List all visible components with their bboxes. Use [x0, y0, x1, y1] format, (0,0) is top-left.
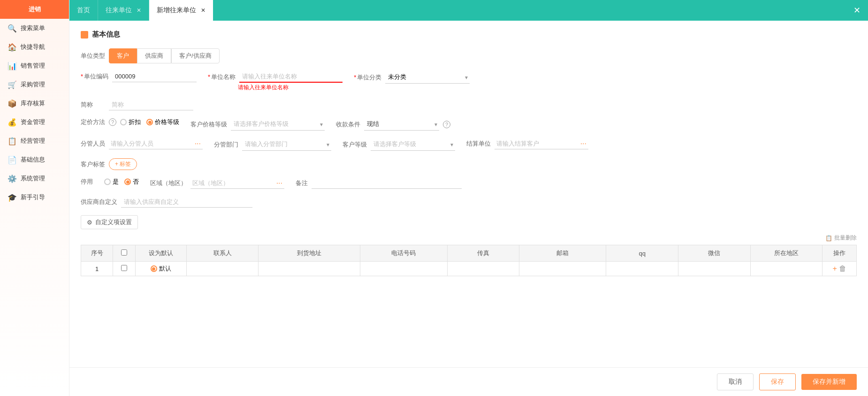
default-radio[interactable]: 默认	[139, 264, 183, 273]
tab-unit-list-label: 往来单位	[106, 6, 132, 15]
unit-code-input[interactable]	[112, 71, 197, 82]
department-group: 分管部门 请输入分管部门 ▾	[214, 138, 331, 151]
radio-label-discount: 折扣	[129, 118, 141, 126]
sidebar-item-label: 搜索菜单	[21, 24, 45, 32]
payment-terms-select[interactable]: 现结	[364, 118, 439, 131]
manager-ellipsis-btn[interactable]: ···	[193, 140, 203, 148]
supplier-custom-group: 供应商自定义	[81, 196, 252, 208]
unit-name-input[interactable]	[239, 71, 343, 83]
custom-settings-button[interactable]: ⚙ 自定义项设置	[81, 215, 138, 229]
sidebar: 进销 🔍 搜索菜单 🏠 快捷导航 📊 销售管理 🛒 采购管理 📦 库存核算 💰 …	[0, 0, 69, 396]
unit-category-select[interactable]: 未分类	[385, 71, 470, 84]
save-new-button[interactable]: 保存并新增	[801, 374, 857, 390]
tab-unit-list[interactable]: 往来单位 ✕	[98, 0, 149, 21]
window-close-icon[interactable]: ✕	[846, 0, 868, 21]
save-button[interactable]: 保存	[759, 373, 796, 390]
payment-terms-help-icon[interactable]: ?	[443, 121, 450, 128]
manager-input[interactable]	[109, 138, 193, 149]
fax-input[interactable]	[464, 265, 502, 272]
sidebar-item-basic[interactable]: 📄 基础信息	[0, 150, 69, 169]
phone-input[interactable]	[380, 265, 427, 272]
th-contact: 联系人	[186, 245, 259, 262]
sidebar-item-newbie[interactable]: 🎓 新手引导	[0, 188, 69, 207]
row-checkbox[interactable]	[121, 265, 127, 271]
table-toolbar: 📋 批量删除	[81, 234, 857, 242]
contact-input[interactable]	[204, 265, 241, 272]
sidebar-item-operation[interactable]: 📋 经营管理	[0, 132, 69, 150]
supplier-custom-label: 供应商自定义	[81, 198, 117, 206]
add-tag-button[interactable]: + 标签	[109, 158, 137, 170]
row-add-btn[interactable]: +	[833, 264, 837, 273]
payment-terms-select-wrapper: 现结 ▾	[364, 118, 439, 131]
pricing-radio-level[interactable]: 价格等级	[146, 118, 179, 126]
unit-name-error: 请输入往来单位名称	[238, 84, 343, 92]
settlement-ellipsis-btn[interactable]: ···	[579, 140, 588, 148]
settlement-input[interactable]	[495, 138, 579, 149]
disabled-label: 停用	[81, 178, 93, 186]
cell-fax	[447, 262, 519, 276]
address-input[interactable]	[281, 265, 337, 272]
abbreviation-row: 简称	[81, 99, 857, 110]
sidebar-item-label: 采购管理	[21, 80, 45, 89]
customer-price-select[interactable]: 请选择客户价格等级	[231, 118, 325, 131]
batch-delete-btn[interactable]: 📋 批量删除	[825, 234, 857, 242]
type-btn-customer[interactable]: 客户	[109, 48, 137, 63]
sidebar-item-purchase[interactable]: 🛒 采购管理	[0, 75, 69, 94]
email-input[interactable]	[539, 265, 586, 272]
sidebar-item-system[interactable]: ⚙️ 系统管理	[0, 169, 69, 188]
tab-new-unit[interactable]: 新增往来单位 ✕	[149, 0, 213, 21]
tab-new-unit-close[interactable]: ✕	[201, 7, 206, 14]
qq-input[interactable]	[624, 265, 661, 272]
customer-tag-label: 客户标签	[81, 160, 105, 169]
cell-wechat	[678, 262, 750, 276]
sidebar-item-finance[interactable]: 💰 资金管理	[0, 113, 69, 132]
supplier-custom-input[interactable]	[121, 196, 252, 208]
tab-unit-list-close[interactable]: ✕	[137, 7, 141, 14]
remarks-input[interactable]	[312, 178, 462, 189]
form-content: 基本信息 单位类型 客户 供应商 客户/供应商 *单位编码	[69, 21, 868, 367]
default-label: 默认	[159, 264, 171, 273]
region-ellipsis-btn[interactable]: ···	[274, 179, 284, 187]
region-input[interactable]	[190, 178, 274, 188]
unit-category-label: *单位分类	[354, 73, 381, 82]
supplier-custom-row: 供应商自定义	[81, 196, 857, 208]
disabled-radio-no[interactable]: 否	[124, 178, 139, 186]
pricing-help-icon[interactable]: ?	[109, 118, 116, 126]
sidebar-item-sales[interactable]: 📊 销售管理	[0, 56, 69, 75]
th-fax: 传真	[447, 245, 519, 262]
pricing-radio-discount[interactable]: 折扣	[120, 118, 141, 126]
disabled-radio-yes[interactable]: 是	[104, 178, 119, 186]
customer-level-select[interactable]: 请选择客户等级	[371, 138, 455, 151]
type-btn-supplier[interactable]: 供应商	[137, 48, 171, 63]
logo-text: 进销	[29, 5, 41, 14]
tab-home[interactable]: 首页	[69, 0, 98, 21]
row-delete-btn[interactable]: 🗑	[839, 264, 846, 273]
wechat-input[interactable]	[695, 265, 733, 272]
sidebar-item-search[interactable]: 🔍 搜索菜单	[0, 19, 69, 38]
radio-circle-default	[151, 265, 157, 272]
sidebar-item-quicknav[interactable]: 🏠 快捷导航	[0, 38, 69, 56]
sidebar-item-inventory[interactable]: 📦 库存核算	[0, 94, 69, 113]
unit-type-buttons: 客户 供应商 客户/供应商	[109, 48, 220, 63]
department-select-wrapper: 请输入分管部门 ▾	[242, 138, 331, 151]
cancel-button[interactable]: 取消	[717, 373, 754, 390]
section-basic-info: 基本信息	[81, 30, 857, 39]
manager-row: 分管人员 ··· 分管部门 请输入分管部门 ▾ 客户等级 请选择客户等级	[81, 138, 857, 151]
department-label: 分管部门	[214, 140, 238, 149]
contact-table: 序号 设为默认 联系人 到货地址 电话号码 传真 邮箱 qq 微信 所在地区 操…	[81, 245, 857, 276]
table-select-all[interactable]	[121, 249, 127, 256]
graduation-icon: 🎓	[8, 193, 17, 202]
cell-email	[519, 262, 606, 276]
region-group: 区域（地区） ···	[150, 178, 284, 189]
region-table-input[interactable]	[768, 265, 805, 272]
abbreviation-input[interactable]	[109, 99, 193, 110]
department-select[interactable]: 请输入分管部门	[242, 138, 331, 151]
tab-new-unit-label: 新增往来单位	[157, 6, 196, 15]
customer-level-select-wrapper: 请选择客户等级 ▾	[371, 138, 455, 151]
radio-dot-default	[152, 267, 155, 271]
sidebar-item-label: 库存核算	[21, 99, 45, 108]
customer-price-level-group: 客户价格等级 请选择客户价格等级 ▾	[190, 118, 325, 131]
unit-code-group: *单位编码	[81, 71, 197, 82]
radio-circle-level	[146, 119, 153, 125]
type-btn-both[interactable]: 客户/供应商	[171, 48, 220, 63]
